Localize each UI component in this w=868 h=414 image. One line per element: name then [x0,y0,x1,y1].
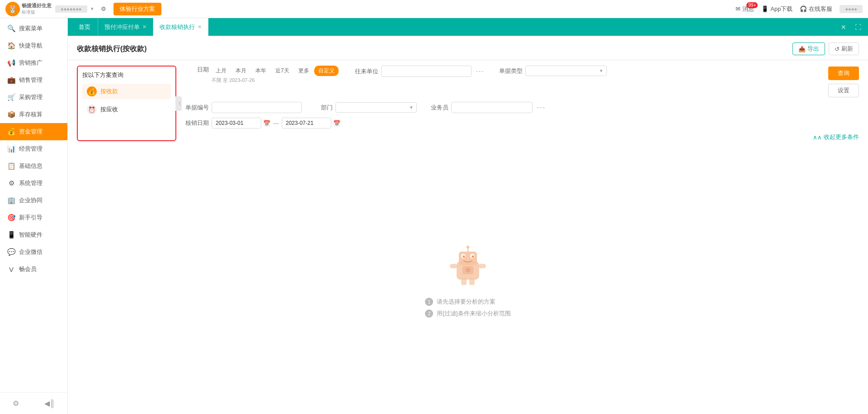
app-download-button[interactable]: 📱 App下载 [761,5,793,13]
tab-expand[interactable]: ⛶ [852,21,864,33]
online-service-button[interactable]: 🎧 在线客服 [800,5,832,13]
user-avatar[interactable]: ●●●● [840,5,863,13]
refresh-icon: ↺ [835,46,840,52]
query-panel-items: 💰 按收款 ⏰ 按应收 [82,84,171,117]
tab-prepay[interactable]: 预付冲应付单 ✕ [98,18,153,36]
gear-button[interactable]: ⚙ [97,3,110,15]
sidebar-item-sales[interactable]: 💼 销售管理 [0,71,67,89]
sidebar-item-system[interactable]: ⚙ 系统管理 [0,175,67,192]
counterpart-more-icon[interactable]: ··· [476,67,485,76]
verify-date-from-input[interactable] [212,118,261,128]
counterpart-input[interactable] [381,66,472,77]
receivable-option-icon: ⏰ [87,105,97,114]
date-btn-more[interactable]: 更多 [294,66,313,76]
sidebar-settings-button[interactable]: ⚙ [10,396,22,410]
sidebar-item-member[interactable]: V 畅会员 [0,261,67,278]
staff-input[interactable] [451,102,533,113]
sidebar-item-quick-nav[interactable]: 🏠 快捷导航 [0,37,67,54]
empty-state: 1 请先选择要分析的方案 2 用[过滤]条件来缩小分析范围 [425,243,510,318]
tab-prepay-close[interactable]: ✕ [142,24,146,30]
filter-row-2: 单据编号 部门 ▾ 业务员 [182,102,859,113]
brand-display: ●●●●●●● [55,5,87,13]
verify-date-to: 📅 [282,118,340,128]
verify-date-to-input[interactable] [282,118,331,128]
query-button[interactable]: 查询 [828,67,859,80]
home-icon: 🏠 [7,42,15,50]
page-header: 收款核销执行(按收款) 📤 导出 ↺ 刷新 [68,36,868,60]
date-btn-this-month[interactable]: 本月 [231,66,250,76]
svg-point-5 [472,255,474,257]
svg-point-4 [462,255,465,257]
collapse-more-button[interactable]: ∧∧ 收起更多条件 [813,133,859,141]
date-range-display: 不限 至 2023-07-26 [212,77,339,84]
svg-rect-1 [459,252,477,265]
filter-layout: 按以下方案查询 💰 按收款 ⏰ 按应收 《 [77,66,859,141]
svg-rect-10 [461,278,467,285]
message-icon: ✉ [736,5,741,12]
verify-date-from-cal-icon[interactable]: 📅 [263,120,270,127]
svg-rect-8 [450,264,457,268]
solution-button[interactable]: 体验行业方案 [113,3,161,15]
sidebar-item-inventory[interactable]: 📦 库存核算 [0,106,67,123]
tab-receipt-verify-close[interactable]: ✕ [198,24,202,30]
docnum-input[interactable] [212,102,302,113]
date-controls: 上月 本月 本年 近7天 更多 自定义 不限 至 2023-07-26 [212,66,339,84]
sidebar-item-search-menu[interactable]: 🔍 搜索菜单 [0,20,67,37]
page-actions: 📤 导出 ↺ 刷新 [793,43,859,55]
svg-point-13 [466,268,470,272]
verify-date-group: 核销日期 📅 — 📅 [182,118,340,128]
sidebar-item-purchase[interactable]: 🛒 采购管理 [0,89,67,106]
edition-label: 标准版 [22,9,52,15]
sidebar-item-wechat[interactable]: 💬 企业微信 [0,243,67,261]
tab-home[interactable]: 首页 [71,18,98,36]
query-option-by-receivable[interactable]: ⏰ 按应收 [82,102,171,117]
query-panel-title: 按以下方案查询 [82,71,171,79]
sidebar-item-finance[interactable]: 💰 资金管理 [0,123,67,140]
filter-form: 日期 上月 本月 本年 近7天 更多 自定义 不限 至 [182,66,859,141]
content-body: 1 请先选择要分析的方案 2 用[过滤]条件来缩小分析范围 [68,147,868,414]
wechat-icon: 💬 [7,248,15,256]
guide-icon: 🎯 [7,214,15,222]
date-range-separator: — [273,120,279,127]
doctype-select[interactable]: ▾ [525,66,607,76]
date-btn-this-year[interactable]: 本年 [251,66,270,76]
message-button[interactable]: ✉ 消息 99+ [736,5,754,13]
tab-close-all[interactable]: ✕ [837,21,850,33]
date-btn-last-month[interactable]: 上月 [212,66,231,76]
verify-date-to-cal-icon[interactable]: 📅 [333,120,340,127]
setting-button[interactable]: 设置 [828,84,859,97]
date-btn-7days[interactable]: 近7天 [271,66,293,76]
doctype-dropdown-icon: ▾ [600,68,603,74]
query-panel-collapse[interactable]: 《 [175,96,182,111]
receipt-option-icon: 💰 [87,86,97,96]
tab-receipt-verify[interactable]: 收款核销执行 ✕ [153,18,208,36]
sales-icon: 💼 [7,76,15,84]
dept-dropdown-icon: ▾ [410,105,413,110]
sidebar-item-smart-hw[interactable]: 📱 智能硬件 [0,226,67,243]
sidebar-item-operation[interactable]: 📊 经营管理 [0,140,67,157]
app-icon: 📱 [761,5,769,12]
top-bar-right: ✉ 消息 99+ 📱 App下载 🎧 在线客服 ●●●● [736,5,863,13]
refresh-button[interactable]: ↺ 刷新 [829,43,859,55]
sidebar-item-basic-info[interactable]: 📋 基础信息 [0,157,67,175]
date-btn-custom[interactable]: 自定义 [314,66,339,76]
dept-select[interactable]: ▾ [335,102,417,113]
staff-group: 业务员 ··· [429,102,546,113]
dropdown-arrow[interactable]: ▾ [91,6,94,12]
user-display: ●●●● [845,6,857,12]
staff-more-icon[interactable]: ··· [537,104,546,112]
inventory-icon: 📦 [7,110,15,119]
sidebar-collapse-button[interactable]: ◀║ [42,396,57,410]
enterprise-icon: 🏢 [7,196,15,205]
sidebar-item-marketing[interactable]: 📢 营销推广 [0,54,67,71]
tip-1-number: 1 [425,298,433,306]
top-bar-left: 🐰 畅捷通好生意 标准版 ●●●●●●● ▾ ⚙ 体验行业方案 [5,2,736,16]
tip-1-text: 请先选择要分析的方案 [437,298,495,306]
export-button[interactable]: 📤 导出 [793,43,825,55]
sidebar-item-enterprise[interactable]: 🏢 企业协同 [0,192,67,209]
page-title: 收款核销执行(按收款) [77,44,147,54]
tip-2-number: 2 [425,309,433,318]
sidebar-item-guide[interactable]: 🎯 新手引导 [0,209,67,226]
collapse-icon: ∧∧ [813,134,822,141]
query-option-by-receipt[interactable]: 💰 按收款 [82,84,171,99]
